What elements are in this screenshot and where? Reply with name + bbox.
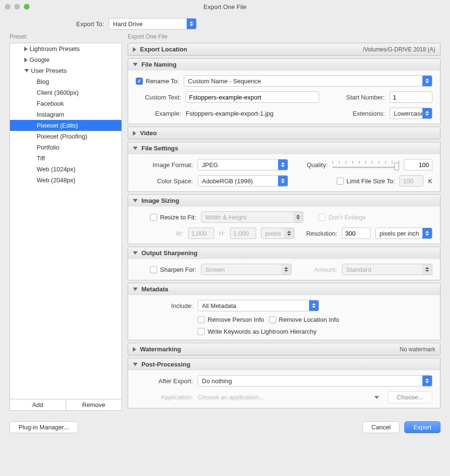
chevron-updown-icon xyxy=(278,159,288,170)
chevron-updown-icon xyxy=(284,228,294,238)
extensions-select[interactable]: Lowercase xyxy=(390,108,432,119)
resize-to-fit-checkbox[interactable]: Resize to Fit: xyxy=(150,214,196,221)
export-to-value: Hard Drive xyxy=(109,18,197,30)
cancel-button[interactable]: Cancel xyxy=(362,421,400,433)
resolution-input[interactable] xyxy=(342,228,370,239)
tree-label: User Presets xyxy=(31,67,67,74)
panel-file-naming: File Naming Rename To: Custom Name - Seq… xyxy=(128,58,440,124)
checkbox-icon xyxy=(150,266,157,273)
start-number-input[interactable] xyxy=(390,91,432,103)
panel-header-file-settings[interactable]: File Settings xyxy=(128,142,440,154)
quality-slider[interactable] xyxy=(332,160,399,169)
panel-header-post-processing[interactable]: Post-Processing xyxy=(128,358,440,370)
example-label: Example: xyxy=(136,110,181,117)
dont-enlarge-label: Don't Enlarge xyxy=(329,214,366,221)
disclosure-down-icon xyxy=(133,288,138,291)
sharpen-for-select: Screen xyxy=(201,264,291,275)
disclosure-right-icon xyxy=(24,58,28,62)
preset-group-google[interactable]: Google xyxy=(10,54,121,65)
preset-item[interactable]: Client (3600px) xyxy=(10,87,121,98)
panel-file-settings: File Settings Image Format: JPEG Quality… xyxy=(128,142,440,192)
panel-header-watermarking[interactable]: Watermarking No watermark xyxy=(128,343,440,355)
tree-label: Lightroom Presets xyxy=(30,45,80,52)
rename-to-checkbox[interactable]: Rename To: xyxy=(136,78,179,85)
start-number-label: Start Number: xyxy=(346,94,385,101)
preset-item[interactable]: Blog xyxy=(10,76,121,87)
include-select[interactable]: All Metadata xyxy=(198,300,319,311)
preset-item-selected[interactable]: Pixieset (Edits) xyxy=(10,120,121,131)
chevron-updown-icon xyxy=(422,228,432,238)
panel-post-processing: Post-Processing After Export: Do nothing… xyxy=(128,358,440,408)
preset-group-user[interactable]: User Presets xyxy=(10,65,121,76)
chevron-updown-icon xyxy=(309,300,319,311)
tree-label: Facebook xyxy=(37,100,64,107)
export-to-select[interactable]: Hard Drive xyxy=(109,18,197,30)
sharpen-for-value: Screen xyxy=(201,264,291,275)
checkbox-icon xyxy=(319,214,326,221)
preset-item[interactable]: Web (1024px) xyxy=(10,164,121,175)
panel-header-file-naming[interactable]: File Naming xyxy=(128,59,440,70)
tree-label: Portfolio xyxy=(37,144,60,151)
after-export-select[interactable]: Do nothing xyxy=(198,375,432,387)
tree-label: Web (1024px) xyxy=(37,166,75,173)
image-format-select[interactable]: JPEG xyxy=(198,159,288,170)
export-to-label: Export To: xyxy=(76,20,104,28)
add-preset-button[interactable]: Add xyxy=(10,399,66,410)
chevron-updown-icon xyxy=(278,176,288,186)
quality-label: Quality: xyxy=(307,161,328,169)
remove-person-checkbox[interactable]: Remove Person Info xyxy=(198,316,264,323)
image-format-label: Image Format: xyxy=(136,161,193,169)
resolution-unit-select[interactable]: pixels per inch xyxy=(375,228,432,239)
w-label: W: xyxy=(136,230,183,237)
preset-item[interactable]: Web (2048px) xyxy=(10,175,121,186)
panel-header-export-location[interactable]: Export Location /Volumes/G-DRIVE 2018 (A… xyxy=(128,43,440,55)
chevron-updown-icon xyxy=(422,264,432,275)
sharpen-for-checkbox[interactable]: Sharpen For: xyxy=(150,266,196,273)
panel-header-output-sharpening[interactable]: Output Sharpening xyxy=(128,247,440,259)
panel-title: Video xyxy=(140,129,157,137)
write-keywords-label: Write Keywords as Lightroom Hierarchy xyxy=(208,328,317,335)
panel-image-sizing: Image Sizing Resize to Fit: Width & Heig… xyxy=(128,194,440,244)
disclosure-down-icon xyxy=(133,147,138,150)
panel-header-image-sizing[interactable]: Image Sizing xyxy=(128,195,440,207)
preset-item[interactable]: Instagram xyxy=(10,109,121,120)
preset-item[interactable]: Facebook xyxy=(10,98,121,109)
color-space-select[interactable]: AdobeRGB (1998) xyxy=(198,175,288,187)
disclosure-right-icon xyxy=(133,47,136,52)
panel-title: Export Location xyxy=(140,46,187,53)
chevron-updown-icon xyxy=(293,212,303,222)
remove-preset-button[interactable]: Remove xyxy=(66,399,122,410)
limit-filesize-unit: K xyxy=(428,178,432,185)
remove-person-label: Remove Person Info xyxy=(208,316,264,323)
panel-header-video[interactable]: Video xyxy=(128,127,440,139)
chevron-updown-icon xyxy=(422,76,432,86)
slider-thumb[interactable] xyxy=(394,163,399,170)
color-space-label: Color Space: xyxy=(136,178,193,185)
limit-filesize-checkbox[interactable]: Limit File Size To: xyxy=(337,178,395,185)
export-to-row: Export To: Hard Drive xyxy=(0,13,450,33)
resize-mode-value: Width & Height xyxy=(201,211,303,223)
export-location-path: /Volumes/G-DRIVE 2018 (A) xyxy=(363,46,435,53)
preset-group-lightroom[interactable]: Lightroom Presets xyxy=(10,43,121,54)
write-keywords-checkbox[interactable]: Write Keywords as Lightroom Hierarchy xyxy=(198,328,317,335)
rename-scheme-select[interactable]: Custom Name - Sequence xyxy=(184,75,432,87)
preset-item[interactable]: Portfolio xyxy=(10,142,121,153)
preset-label: Preset: xyxy=(10,33,122,40)
panel-title: File Naming xyxy=(141,61,177,68)
panel-header-metadata[interactable]: Metadata xyxy=(128,283,440,295)
remove-location-checkbox[interactable]: Remove Location Info xyxy=(269,316,339,323)
panel-title: Watermarking xyxy=(140,346,181,353)
dont-enlarge-checkbox: Don't Enlarge xyxy=(319,214,366,221)
limit-filesize-input[interactable] xyxy=(400,175,423,187)
preset-list[interactable]: Lightroom Presets Google User Presets Bl… xyxy=(10,43,122,399)
tree-label: Client (3600px) xyxy=(37,89,79,96)
export-button[interactable]: Export xyxy=(404,421,440,433)
quality-input[interactable] xyxy=(404,159,432,170)
custom-text-input[interactable] xyxy=(186,91,319,103)
resize-mode-select: Width & Height xyxy=(201,211,303,223)
disclosure-down-icon xyxy=(133,363,138,366)
color-space-value: AdobeRGB (1998) xyxy=(198,175,288,187)
preset-item[interactable]: Tiff xyxy=(10,153,121,164)
preset-item[interactable]: Pixieset (Proofing) xyxy=(10,131,121,142)
plugin-manager-button[interactable]: Plug-in Manager... xyxy=(10,421,78,433)
